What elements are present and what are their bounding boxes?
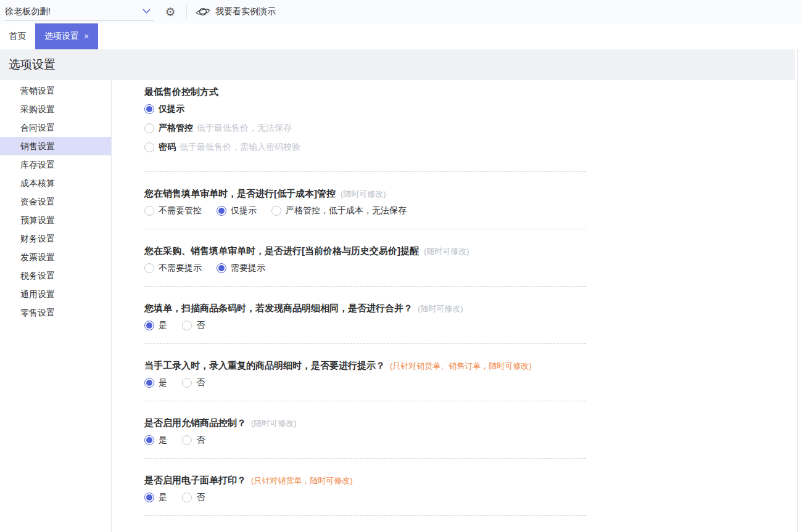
tab-bar: 首页 选项设置 ×	[0, 23, 802, 49]
sidebar-item[interactable]: 合同设置	[0, 118, 111, 137]
chevron-down-icon	[143, 9, 151, 14]
scrollbar-track[interactable]	[797, 49, 798, 532]
radio-label: 严格管控	[159, 123, 193, 134]
radio-option[interactable]: 仅提示	[217, 205, 257, 216]
demo-link[interactable]: 我要看实例演示	[196, 6, 276, 17]
radio-option[interactable]: 密码低于最低售价，需输入密码校验	[144, 142, 586, 153]
radio-label: 否	[196, 492, 205, 503]
radio-label: 不需要提示	[159, 263, 202, 274]
radio-label: 仅提示	[231, 205, 257, 216]
setting-group-title: 最低售价控制方式	[144, 86, 586, 98]
radio-group: 是否	[144, 492, 586, 503]
topbar-divider	[186, 5, 187, 18]
radio-button[interactable]	[144, 142, 154, 152]
radio-group: 仅提示严格管控低于最低售价，无法保存密码低于最低售价，需输入密码校验	[144, 104, 586, 153]
sidebar-item[interactable]: 发票设置	[0, 248, 111, 266]
setting-group: 是否启用允销商品控制？(随时可修改)是否	[144, 417, 586, 459]
setting-group: 当手工录入时，录入重复的商品明细时，是否要进行提示？(只针对销货单、销售订单，随…	[144, 360, 586, 401]
radio-label: 否	[196, 435, 205, 446]
radio-option[interactable]: 否	[182, 377, 205, 388]
radio-option[interactable]: 否	[182, 320, 205, 331]
setting-group-title-text: 是否启用电子面单打印？	[144, 475, 246, 485]
sidebar-item[interactable]: 成本核算	[0, 174, 111, 192]
sidebar-item[interactable]: 零售设置	[0, 303, 111, 322]
radio-button[interactable]	[182, 493, 192, 502]
radio-option-hint: 低于最低售价，无法保存	[197, 123, 292, 134]
radio-button-selected[interactable]	[144, 378, 154, 388]
sidebar-item[interactable]: 采购设置	[0, 100, 111, 118]
radio-button[interactable]	[182, 378, 192, 388]
radio-label: 仅提示	[159, 104, 184, 115]
tab-home-label: 首页	[9, 31, 27, 42]
sidebar-item[interactable]: 财务设置	[0, 229, 111, 248]
radio-option[interactable]: 否	[182, 492, 205, 503]
radio-button-selected[interactable]	[144, 493, 154, 502]
sidebar-item[interactable]: 营销设置	[0, 81, 111, 100]
setting-group-title-text: 您在销售填单审单时，是否进行[低于成本]管控	[144, 188, 336, 198]
app-window: 徐老板勿删! ⚙ 我要看实例演示 首页 选项设置 × 选项设置 营销设置采购设	[0, 0, 802, 532]
radio-button[interactable]	[144, 263, 154, 273]
radio-label: 否	[196, 377, 205, 388]
radio-option[interactable]: 否	[182, 435, 205, 446]
setting-group-title-text: 是否启用允销商品控制？	[144, 417, 246, 428]
radio-label: 严格管控，低于成本，无法保存	[286, 205, 407, 216]
radio-label: 是	[159, 377, 167, 388]
radio-button-selected[interactable]	[217, 263, 226, 273]
page-title: 选项设置	[9, 57, 56, 73]
radio-option[interactable]: 严格管控，低于成本，无法保存	[271, 205, 407, 216]
topbar: 徐老板勿删! ⚙ 我要看实例演示	[0, 0, 802, 23]
setting-group-title: 是否启用允销商品控制？(随时可修改)	[144, 417, 586, 429]
tab-active-label: 选项设置	[44, 31, 79, 42]
setting-group-hint: (随时可修改)	[341, 189, 386, 198]
radio-option[interactable]: 是	[144, 320, 167, 331]
tab-close-icon[interactable]: ×	[84, 31, 89, 41]
radio-option[interactable]: 是	[144, 492, 167, 503]
setting-group: 您在采购、销售填单审单时，是否进行[当前价格与历史交易价]提醒(随时可修改)不需…	[144, 245, 586, 287]
sidebar-item[interactable]: 预算设置	[0, 211, 111, 229]
setting-group-title: 当手工录入时，录入重复的商品明细时，是否要进行提示？(只针对销货单、销售订单，随…	[144, 360, 586, 372]
setting-group-title: 您在采购、销售填单审单时，是否进行[当前价格与历史交易价]提醒(随时可修改)	[144, 245, 586, 257]
radio-group: 不需要提示需要提示	[144, 263, 586, 274]
radio-button[interactable]	[182, 321, 192, 330]
radio-button[interactable]	[144, 206, 154, 216]
gear-icon[interactable]: ⚙	[163, 4, 178, 19]
radio-button-selected[interactable]	[144, 435, 154, 445]
account-select-value: 徐老板勿删!	[5, 6, 51, 17]
radio-button[interactable]	[144, 123, 154, 133]
radio-option[interactable]: 不需要提示	[144, 263, 202, 274]
radio-button-selected[interactable]	[144, 104, 154, 114]
radio-button[interactable]	[271, 206, 281, 216]
radio-label: 需要提示	[231, 263, 265, 274]
radio-button[interactable]	[182, 435, 192, 445]
radio-option[interactable]: 仅提示	[144, 104, 586, 115]
radio-group: 是否	[144, 435, 586, 446]
sidebar-item[interactable]: 资金设置	[0, 192, 111, 211]
tab-option-settings[interactable]: 选项设置 ×	[35, 23, 98, 49]
radio-button-selected[interactable]	[217, 206, 226, 216]
radio-option[interactable]: 是	[144, 377, 167, 388]
setting-group-title: 您在销售填单审单时，是否进行[低于成本]管控(随时可修改)	[144, 188, 586, 200]
tab-home[interactable]: 首页	[0, 23, 35, 49]
demo-planet-icon	[196, 6, 210, 17]
radio-option[interactable]: 需要提示	[217, 263, 265, 274]
radio-option[interactable]: 是	[144, 435, 167, 446]
page-title-strip: 选项设置	[0, 49, 795, 80]
setting-group-title: 是否启用电子面单打印？(只针对销货单，随时可修改)	[144, 475, 586, 486]
setting-group-title-text: 最低售价控制方式	[144, 86, 218, 97]
radio-option[interactable]: 严格管控低于最低售价，无法保存	[144, 123, 586, 134]
radio-option[interactable]: 不需要管控	[144, 205, 202, 216]
radio-label: 否	[196, 320, 205, 331]
sidebar-item[interactable]: 库存设置	[0, 155, 111, 174]
radio-group: 是否	[144, 377, 586, 388]
account-select[interactable]: 徐老板勿删!	[5, 2, 154, 21]
setting-group-hint: (只针对销货单，随时可修改)	[251, 476, 353, 485]
sidebar-item[interactable]: 通用设置	[0, 285, 111, 303]
sidebar-item[interactable]: 税务设置	[0, 266, 111, 285]
sidebar-item[interactable]: 销售设置	[0, 137, 111, 155]
radio-label: 是	[159, 435, 167, 446]
radio-button-selected[interactable]	[144, 321, 154, 330]
setting-group-hint: (只针对销货单、销售订单，随时可修改)	[390, 361, 532, 370]
setting-group-title-text: 您在采购、销售填单审单时，是否进行[当前价格与历史交易价]提醒	[144, 245, 419, 256]
setting-group-title: 您填单，扫描商品条码时，若发现商品明细相同，是否进行合并？(随时可修改)	[144, 303, 586, 314]
setting-group-hint: (随时可修改)	[418, 304, 463, 313]
